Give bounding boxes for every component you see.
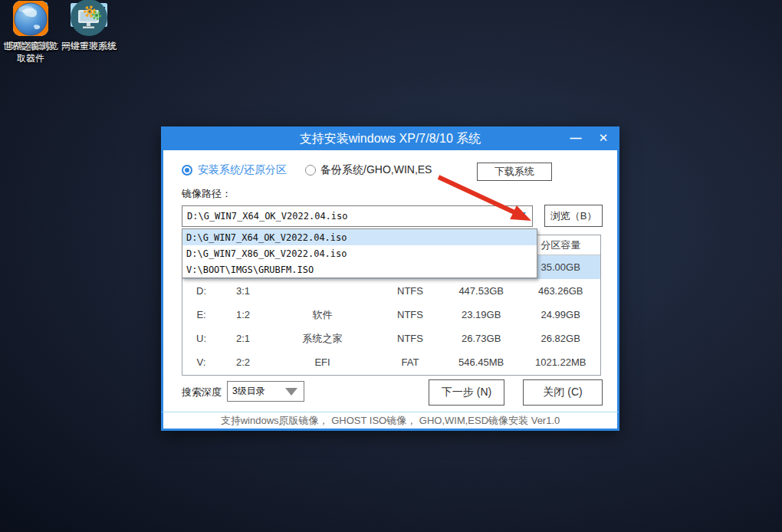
radio-backup-system-label[interactable]: 备份系统/GHO,WIN,ES — [320, 163, 432, 177]
table-row[interactable]: D: 3:1 NTFS 447.53GB 463.26GB — [182, 279, 600, 303]
desktop-icon-world-window-browser[interactable]: 世界之窗浏览器 — [0, 0, 61, 64]
close-button[interactable]: 关闭 (C) — [523, 379, 603, 406]
next-step-button[interactable]: 下一步 (N) — [429, 379, 504, 406]
radio-install-system-label[interactable]: 安装系统/还原分区 — [198, 163, 287, 177]
radio-backup-system[interactable] — [305, 165, 316, 176]
globe-browser-icon — [13, 0, 48, 37]
table-row[interactable]: U: 2:1 系统之家 NTFS 26.73GB 26.82GB — [182, 327, 600, 350]
image-path-combobox[interactable]: D:\G_WIN7_X64_OK_V2022.04.iso — [182, 205, 533, 227]
image-path-value: D:\G_WIN7_X64_OK_V2022.04.iso — [182, 211, 515, 222]
combobox-dropdown-arrow-icon[interactable] — [515, 212, 526, 220]
dropdown-item[interactable]: V:\BOOT\IMGS\GRUBFM.ISO — [182, 261, 537, 277]
radio-install-system[interactable] — [182, 165, 192, 176]
dialog-titlebar[interactable]: 支持安装windows XP/7/8/10 系统 — ✕ — [161, 126, 619, 150]
desktop-icon-label: 一键重装系统 — [61, 40, 117, 52]
desktop-icon-label: 世界之窗浏览器 — [2, 40, 60, 64]
search-depth-value: 3级目录 — [228, 385, 285, 398]
image-path-label: 镜像路径： — [182, 187, 232, 201]
dropdown-item[interactable]: D:\G_WIN7_X64_OK_V2022.04.iso — [182, 229, 537, 245]
table-row[interactable]: V: 2:2 EFI FAT 546.45MB 1021.22MB — [182, 350, 600, 374]
search-depth-label: 搜索深度 — [182, 386, 222, 399]
reinstall-system-icon — [70, 0, 108, 37]
select-dropdown-arrow-icon — [285, 388, 297, 396]
dialog-title: 支持安装windows XP/7/8/10 系统 — [161, 126, 619, 150]
minimize-button[interactable]: — — [563, 126, 589, 150]
table-row[interactable]: E: 1:2 软件 NTFS 23.19GB 24.99GB — [182, 303, 600, 327]
status-bar: 支持windows原版镜像， GHOST ISO镜像， GHO,WIM,ESD镜… — [161, 412, 619, 431]
desktop-icon-one-click-reinstall[interactable]: 一键重装系统 — [58, 0, 120, 52]
installer-dialog: 支持安装windows XP/7/8/10 系统 — ✕ 安装系统/还原分区 备… — [161, 126, 619, 430]
search-depth-select[interactable]: 3级目录 — [227, 381, 304, 402]
image-path-dropdown-list: D:\G_WIN7_X64_OK_V2022.04.iso D:\G_WIN7_… — [182, 228, 537, 278]
browse-button[interactable]: 浏览（B） — [544, 205, 603, 227]
dropdown-item[interactable]: D:\G_WIN7_X86_OK_V2022.04.iso — [182, 245, 537, 261]
close-icon[interactable]: ✕ — [590, 126, 616, 150]
download-system-button[interactable]: 下载系统 — [477, 163, 552, 181]
